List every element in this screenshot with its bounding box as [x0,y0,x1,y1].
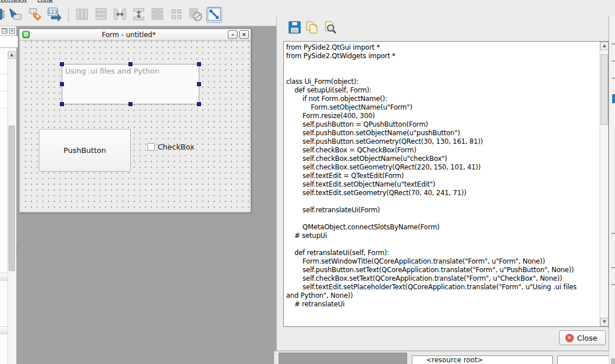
widget-box-category[interactable] [0,273,7,281]
lay-out-in-grid-icon [150,7,165,23]
scroll-down-icon[interactable]: ▼ [600,318,609,326]
save-icon [288,21,302,36]
minimize-button[interactable]: - [228,30,238,39]
code-line: self.checkBox = QCheckBox(Form) [286,146,598,155]
lay-out-in-form-layout-icon [169,7,184,23]
code-line: self.pushButton.setGeometry(QRect(30, 13… [286,137,598,146]
code-line: self.checkBox.setGeometry(QRect(220, 150… [286,163,598,172]
code-line: Form.setWindowTitle(QCoreApplication.tra… [286,257,598,266]
form-canvas[interactable]: Using .ui files and Python PushButton Ch… [20,41,250,212]
close-red-circle-icon: ✕ [565,334,574,342]
code-line: def retranslateUi(self, Form): [286,249,598,257]
code-line: # setupUi [286,232,598,240]
menu-bar: WindowHelp [0,0,114,3]
save-button[interactable] [287,21,302,35]
clipped-scrollbar [611,358,615,364]
code-text-area[interactable]: from PySide2.QtGui import *from PySide2.… [283,41,609,327]
form-window-titlebar[interactable]: D Form - untitled* - ✕ [19,29,251,41]
code-line [286,60,598,69]
selection-handle[interactable] [197,102,201,106]
selection-handle[interactable] [128,102,132,106]
edit-tab-order-icon: 123 [47,7,62,23]
menu-window[interactable]: Window [0,0,27,3]
pushbutton-widget[interactable]: PushButton [39,129,131,172]
adjust-size-icon [207,7,221,23]
lay-out-vertically-in-splitter-button[interactable] [131,7,147,23]
qt-designer-screen: { "menu": { "items": ["Window", "Help"] … [0,0,615,364]
selection-handle[interactable] [60,82,64,86]
close-button-label: Close [577,334,597,342]
form-editor-window: D Form - untitled* - ✕ Using .ui files a… [19,29,251,213]
textedit-widget[interactable]: Using .ui files and Python [62,64,199,104]
code-line: self.pushButton = QPushButton(Form) [286,120,598,129]
menu-help[interactable]: Help [37,0,53,3]
edit-widgets-button[interactable] [0,7,6,23]
scroll-up-icon[interactable]: ▲ [600,42,609,50]
scroll-up-icon[interactable]: ▲ [8,51,15,59]
widget-box-scrollbar[interactable]: ▲ [7,51,15,364]
code-line: self.retranslateUi(Form) [286,206,598,215]
selection-handle[interactable] [60,62,64,66]
scrollbar-thumb[interactable] [601,54,608,125]
lay-out-vertically-icon [94,7,108,23]
widget-box-category[interactable] [0,326,7,334]
lay-out-horizontally-in-splitter-button[interactable] [112,7,128,23]
find-icon [323,21,337,36]
lay-out-in-grid-button[interactable] [150,7,166,23]
scrollbar-thumb[interactable] [9,126,15,271]
find-button[interactable] [323,21,337,35]
code-vertical-scrollbar[interactable]: ▲ ▼ [600,42,608,326]
widget-box-panel: ❐ ✕ ▲ [0,26,17,364]
panel-resize-handle[interactable] [17,244,19,254]
code-line: self.textEdit.setPlaceholderText(QCoreAp… [286,283,598,292]
widget-box-item[interactable] [0,92,7,108]
selection-handle[interactable] [128,62,132,66]
horizontal-scrollbar-thumb[interactable] [279,353,407,364]
selection-handle[interactable] [197,82,201,86]
code-line: class Ui_Form(object): [286,78,598,86]
widget-box-item[interactable] [0,58,7,74]
edit-signals-slots-button[interactable] [7,7,23,23]
checkbox-widget[interactable]: CheckBox [147,141,194,152]
code-line [286,197,598,206]
code-line: and Python", None)) [286,292,598,300]
checkbox-label: CheckBox [158,143,194,151]
code-line: self.textEdit.setObjectName(u"textEdit") [286,180,598,189]
code-line: if not Form.objectName(): [286,95,598,103]
code-line: QMetaObject.connectSlotsByName(Form) [286,223,598,232]
selection-handle[interactable] [60,102,64,106]
widget-filter-input[interactable] [0,35,18,48]
adjust-size-button[interactable] [206,7,222,23]
copy-icon [305,21,319,36]
break-layout-button[interactable] [187,7,203,23]
textedit-placeholder: Using .ui files and Python [65,67,199,75]
lay-out-horizontally-icon [75,7,90,23]
code-line: # retranslateUi [286,300,598,309]
lay-out-vertically-in-splitter-icon [131,7,146,23]
toolbar-separator [68,8,70,22]
lay-out-vertically-button[interactable] [93,7,109,23]
widget-box-item[interactable] [0,75,7,91]
lay-out-in-form-layout-button[interactable] [168,7,184,23]
edit-buddies-button[interactable] [28,7,44,23]
lay-out-horizontally-button[interactable] [74,7,90,23]
resource-root-item[interactable]: <resource root> [412,355,553,364]
selection-handle[interactable] [197,62,201,66]
dock-close-button[interactable]: ✕ [9,28,15,34]
clipped-right-panel [609,16,615,364]
dialog-close-button[interactable]: ✕ Close [559,330,606,345]
lay-out-horizontally-in-splitter-icon [112,7,127,23]
code-line [286,69,598,78]
dock-float-button[interactable]: ❐ [2,28,7,34]
code-line: self.checkBox.setObjectName(u"checkBox") [286,155,598,163]
edit-tab-order-button[interactable]: 123 [46,7,62,23]
close-button[interactable]: ✕ [239,30,249,39]
checkbox-box[interactable] [147,143,155,151]
copy-button[interactable] [304,21,319,35]
code-preview-dialog: from PySide2.QtGui import *from PySide2.… [276,16,609,351]
code-line: self.pushButton.setObjectName(u"pushButt… [286,129,598,137]
clipped-selection-mark [612,94,615,103]
code-line [286,215,598,223]
break-layout-icon [188,7,203,23]
code-line: self.pushButton.setText(QCoreApplication… [286,266,598,274]
